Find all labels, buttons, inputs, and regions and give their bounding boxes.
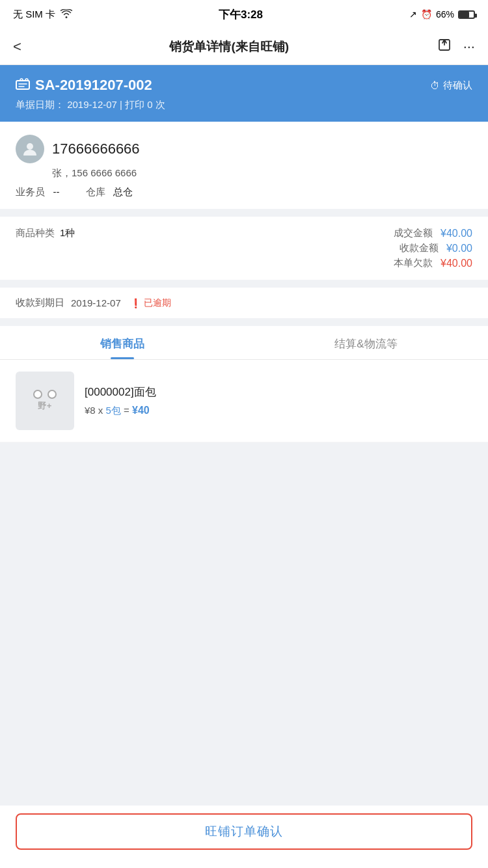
tab-settlement[interactable]: 结算&物流等 bbox=[244, 326, 488, 359]
customer-phone-row: 17666666666 bbox=[16, 135, 472, 163]
products-list: 野+ [0000002]面包 ¥8 x 5包 = ¥40 bbox=[0, 360, 488, 442]
svg-rect-1 bbox=[16, 81, 29, 89]
clock-icon: ⏱ bbox=[430, 80, 440, 91]
debt-row: 本单欠款 ¥40.00 bbox=[394, 257, 472, 269]
carrier-text: 无 SIM 卡 bbox=[13, 8, 55, 21]
summary-card: 商品种类 1种 成交金额 ¥40.00 收款金额 ¥0.00 本单欠款 ¥40.… bbox=[0, 217, 488, 280]
received-value: ¥0.00 bbox=[446, 243, 472, 254]
print-info: | 打印 0 次 bbox=[120, 99, 165, 110]
debt-label: 本单欠款 bbox=[394, 257, 433, 269]
status-bar: 无 SIM 卡 下午3:28 ↗ ⏰ 66% bbox=[0, 0, 488, 29]
bottom-bar: 旺铺订单确认 bbox=[0, 806, 488, 868]
logo-text: 野+ bbox=[38, 400, 53, 412]
product-thumbnail: 野+ bbox=[16, 372, 74, 430]
order-status-text: 待确认 bbox=[443, 79, 472, 92]
order-number-text: SA-20191207-002 bbox=[35, 77, 152, 94]
wifi-icon bbox=[61, 9, 72, 20]
page-title: 销货单详情(来自旺铺) bbox=[169, 38, 289, 55]
order-status-badge: ⏱ 待确认 bbox=[430, 79, 472, 92]
avatar bbox=[16, 135, 44, 163]
type-label: 商品种类 bbox=[16, 227, 55, 239]
quantity: 5包 bbox=[106, 405, 121, 416]
customer-card: 17666666666 张，156 6666 6666 业务员 -- 仓库 总仓 bbox=[0, 122, 488, 209]
multiply-sign: x bbox=[98, 405, 106, 416]
battery-icon bbox=[458, 10, 475, 19]
product-name: [0000002]面包 bbox=[85, 385, 472, 400]
more-button[interactable]: ··· bbox=[463, 38, 475, 55]
product-info: [0000002]面包 ¥8 x 5包 = ¥40 bbox=[85, 385, 472, 417]
order-header-card: SA-20191207-002 ⏱ 待确认 单据日期： 2019-12-07 |… bbox=[0, 65, 488, 122]
share-button[interactable] bbox=[437, 38, 452, 56]
alarm-icon: ⏰ bbox=[421, 9, 432, 20]
total-price: ¥40 bbox=[132, 405, 150, 416]
order-date-row: 单据日期： 2019-12-07 | 打印 0 次 bbox=[16, 99, 472, 111]
summary-amounts: 成交金额 ¥40.00 收款金额 ¥0.00 本单欠款 ¥40.00 bbox=[394, 227, 472, 269]
sales-label: 业务员 -- bbox=[16, 186, 60, 198]
customer-phone: 17666666666 bbox=[52, 141, 140, 157]
date-label: 单据日期： bbox=[16, 99, 64, 110]
unit-price: ¥8 bbox=[85, 405, 96, 416]
logo-eye-left bbox=[33, 390, 42, 399]
amount-value: ¥40.00 bbox=[441, 228, 472, 239]
status-left: 无 SIM 卡 bbox=[13, 8, 72, 21]
table-row: 野+ [0000002]面包 ¥8 x 5包 = ¥40 bbox=[0, 360, 488, 442]
battery-percent: 66% bbox=[436, 9, 454, 20]
sales-value: -- bbox=[53, 186, 60, 197]
warehouse-value: 总仓 bbox=[113, 186, 133, 197]
order-date: 2019-12-07 bbox=[67, 99, 117, 110]
amount-label: 成交金额 bbox=[394, 227, 433, 239]
product-logo: 野+ bbox=[25, 385, 64, 417]
back-button[interactable]: < bbox=[13, 38, 21, 55]
overdue-text: 已逾期 bbox=[144, 297, 171, 309]
status-right: ↗ ⏰ 66% bbox=[409, 9, 475, 20]
tabs-container: 销售商品 结算&物流等 bbox=[0, 326, 488, 360]
received-label: 收款金额 bbox=[400, 242, 439, 254]
customer-meta: 业务员 -- 仓库 总仓 bbox=[16, 186, 472, 198]
logo-eye-right bbox=[47, 390, 57, 399]
confirm-order-button[interactable]: 旺铺订单确认 bbox=[16, 813, 472, 850]
summary-type: 商品种类 1种 bbox=[16, 227, 75, 239]
product-price-row: ¥8 x 5包 = ¥40 bbox=[85, 405, 472, 417]
svg-point-2 bbox=[27, 143, 33, 150]
nav-actions: ··· bbox=[437, 38, 475, 56]
debt-value: ¥40.00 bbox=[441, 258, 472, 269]
due-date-value: 2019-12-07 bbox=[71, 297, 121, 308]
customer-sub-info: 张，156 6666 6666 bbox=[52, 167, 472, 180]
due-date-card: 收款到期日 2019-12-07 ❗ 已逾期 bbox=[0, 288, 488, 318]
logo-eyes bbox=[33, 390, 57, 399]
due-label: 收款到期日 bbox=[16, 297, 64, 309]
order-icon bbox=[16, 77, 30, 94]
warehouse-label: 仓库 总仓 bbox=[86, 186, 133, 198]
nav-bar: < 销货单详情(来自旺铺) ··· bbox=[0, 29, 488, 65]
equals-sign: = bbox=[121, 405, 132, 416]
warn-icon: ❗ bbox=[130, 298, 141, 308]
tab-products[interactable]: 销售商品 bbox=[0, 326, 244, 359]
amount-row: 成交金额 ¥40.00 bbox=[394, 227, 472, 239]
location-icon: ↗ bbox=[409, 9, 417, 20]
received-row: 收款金额 ¥0.00 bbox=[400, 242, 472, 254]
type-value: 1种 bbox=[60, 227, 75, 239]
status-time: 下午3:28 bbox=[219, 7, 263, 22]
empty-area bbox=[0, 442, 488, 573]
order-number-row: SA-20191207-002 bbox=[16, 77, 152, 94]
overdue-badge: ❗ 已逾期 bbox=[130, 297, 171, 309]
